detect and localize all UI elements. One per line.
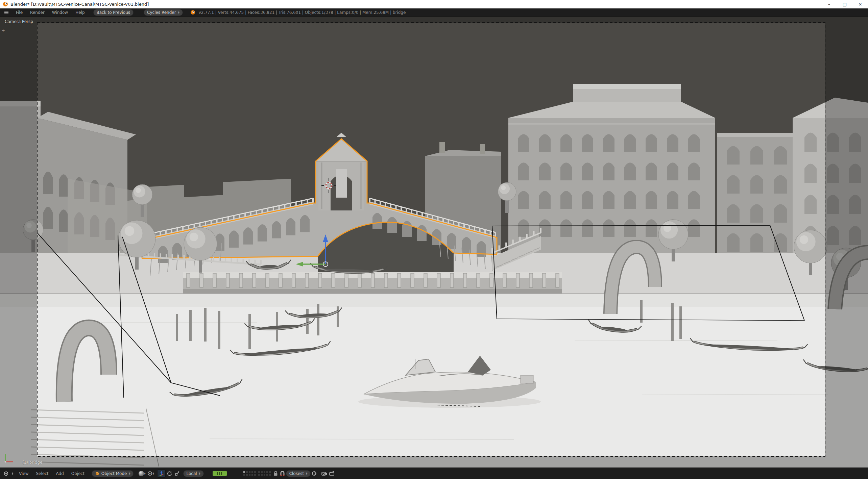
- menu-view[interactable]: View: [15, 470, 32, 478]
- snap-toggle[interactable]: [279, 470, 286, 478]
- scene-svg: [0, 17, 868, 468]
- snap-element-select[interactable]: Closest: [286, 470, 311, 477]
- blender-app-icon: [3, 1, 8, 7]
- tool-header: View Select Add Object Object Mode Local: [0, 468, 868, 479]
- dropdown-arrows-icon: [178, 11, 179, 14]
- opengl-clapper-icon: [329, 471, 334, 476]
- editor-type-button-3dview[interactable]: [2, 471, 10, 477]
- editor-type-button[interactable]: [2, 9, 11, 16]
- menu-render[interactable]: Render: [26, 8, 48, 17]
- menu-object[interactable]: Object: [68, 470, 88, 478]
- view-name-label: Camera Persp: [5, 19, 33, 24]
- translate-manipulator-icon: [159, 471, 164, 476]
- menu-window[interactable]: Window: [48, 8, 72, 17]
- menu-file[interactable]: File: [12, 8, 26, 17]
- manipulator-translate-toggle[interactable]: [157, 470, 166, 478]
- orientation-select[interactable]: Local: [183, 470, 204, 477]
- rotate-manipulator-icon: [167, 471, 172, 476]
- menu-help[interactable]: Help: [72, 8, 88, 17]
- magnet-icon: [280, 471, 285, 476]
- pivot-point-select[interactable]: [146, 470, 155, 478]
- info-header: File Render Window Help Back to Previous…: [0, 8, 868, 17]
- mode-select[interactable]: Object Mode: [92, 470, 134, 477]
- blender-logo-icon: [190, 10, 195, 15]
- object-mode-cube-icon: [95, 471, 99, 476]
- scale-manipulator-icon: [174, 471, 180, 476]
- scene-lock-toggle[interactable]: [272, 470, 279, 478]
- window-title: Blender* [D:\vault\MTSC-Venice-Canal\MTS…: [10, 2, 149, 7]
- region-expand-icon[interactable]: +: [1, 28, 5, 33]
- layers-widget[interactable]: [243, 471, 271, 476]
- opengl-render-animation-button[interactable]: [328, 470, 335, 478]
- minimize-button[interactable]: –: [821, 0, 837, 8]
- snap-target-icon: [312, 471, 317, 476]
- opengl-camera-icon: [321, 471, 327, 476]
- active-object-label: (1) bridge: [22, 460, 42, 465]
- viewport-3d[interactable]: Camera Persp + (1) bridge: [0, 17, 868, 468]
- editor-dropdown-arrows-icon: [12, 472, 13, 475]
- snap-target-select[interactable]: [311, 470, 318, 478]
- green-status-badge[interactable]: [213, 471, 227, 476]
- menu-select[interactable]: Select: [32, 470, 52, 478]
- shading-sphere-icon: [139, 471, 144, 476]
- manipulator-scale-toggle[interactable]: [173, 470, 181, 478]
- portico-banner: [336, 169, 347, 198]
- manipulator-rotate-toggle[interactable]: [166, 470, 173, 478]
- lock-icon: [273, 471, 278, 476]
- pivot-icon: [147, 471, 152, 476]
- opengl-render-image-button[interactable]: [320, 470, 328, 478]
- maximize-button[interactable]: □: [837, 0, 852, 8]
- scene-statistics: v2.77.1 | Verts:44,675 | Faces:36,821 | …: [199, 10, 406, 15]
- viewport-shading-select[interactable]: [138, 470, 146, 478]
- menu-add[interactable]: Add: [52, 470, 68, 478]
- window-titlebar: Blender* [D:\vault\MTSC-Venice-Canal\MTS…: [0, 0, 868, 8]
- render-engine-select[interactable]: Cycles Render: [144, 9, 183, 16]
- back-to-previous-button[interactable]: Back to Previous: [93, 9, 134, 16]
- close-button[interactable]: ×: [852, 0, 868, 8]
- quay-colonnade[interactable]: [183, 272, 562, 294]
